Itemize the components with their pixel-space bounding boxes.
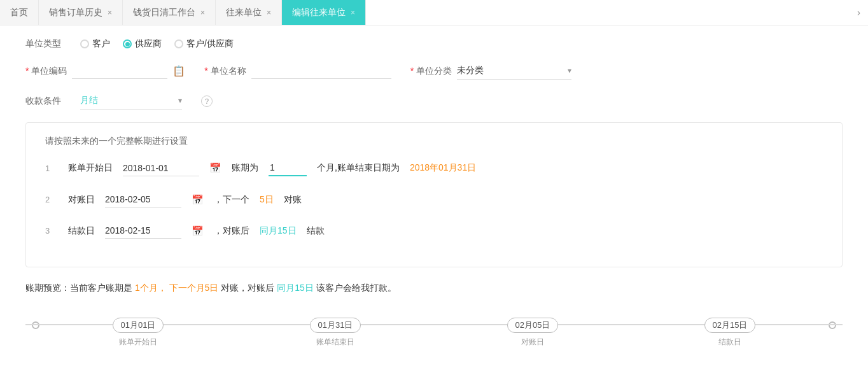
setting-index-1: 1 [45,164,58,173]
tab-sales-history[interactable]: 销售订单历史× [39,0,123,25]
setting-label-start-date: 账单开始日 [68,162,113,174]
radio-customer[interactable]: 客户 [80,38,110,50]
timeline-badge-2: 01月31日 [310,318,361,333]
tab-label-cash-work: 钱货日清工作台 [133,7,195,18]
tab-label-edit-partner: 编辑往来单位 [292,7,346,18]
code-name-category-row: 单位编码 000001 📋 单位名称 河南供应商22 单位分类 未分类 ▾ [25,62,843,80]
timeline-end-dot [829,321,836,329]
reconcile-highlight: 5日 [260,194,274,206]
unit-code-label: 单位编码 [25,66,67,77]
payment-suffix-pre: ，对账后 [214,225,249,237]
panel-description: 请按照未来的一个完整帐期进行设置 [45,136,823,147]
period-prefix: 账期为 [232,162,258,174]
unit-category-group: 单位分类 未分类 ▾ [410,62,571,80]
setting-row-2: 2 对账日 📅 ，下一个 5日 对账 [45,192,823,208]
calendar-icon-3[interactable]: 📅 [192,225,204,237]
radio-supplier-label: 供应商 [135,38,162,50]
tab-scroll-right-icon[interactable]: › [850,0,868,25]
tab-label-home: 首页 [10,7,28,18]
unit-type-label: 单位类型 [25,38,61,50]
timeline-label-4: 结款日 [718,337,741,348]
unit-type-row: 单位类型 客户 供应商 客户/供应商 [25,38,843,50]
reconcile-suffix-pre: ，下一个 [214,194,249,206]
preview-section: 账期预览：当前客户账期是 1个月， 下一个月5日 对账，对账后 同月15日 该客… [25,280,843,296]
payment-terms-row: 收款条件 月结 ▾ ? [25,92,843,109]
unit-name-input[interactable]: 河南供应商22 [251,63,391,79]
timeline-node-3: 02月05日 对账日 [507,318,559,333]
reconcile-date-input[interactable] [105,192,181,208]
timeline-label-2: 账单结束日 [316,337,354,348]
radio-both-circle [174,39,183,48]
tab-close-partners[interactable]: × [267,8,271,17]
timeline-label-3: 对账日 [521,337,544,348]
tab-partners[interactable]: 往来单位× [216,0,282,25]
preview-part4: 同月15日 [277,283,314,293]
payment-terms-label: 收款条件 [25,95,61,107]
radio-supplier[interactable]: 供应商 [123,38,162,50]
unit-code-group: 单位编码 000001 📋 [25,63,185,79]
timeline-badge-4: 02月15日 [704,318,756,333]
radio-both-label: 客户/供应商 [186,38,234,50]
radio-both[interactable]: 客户/供应商 [174,38,234,50]
end-date-highlight: 2018年01月31日 [410,162,476,174]
timeline-node-2: 01月31日 账单结束日 [310,318,361,333]
tab-cash-work[interactable]: 钱货日清工作台× [123,0,216,25]
period-input[interactable] [269,160,307,176]
setting-row-3: 3 结款日 📅 ，对账后 同月15日 结款 [45,223,823,239]
timeline: 01月01日 账单开始日 01月31日 账单结束日 02月05日 对账日 02月… [25,311,843,352]
help-icon[interactable]: ? [201,95,213,107]
timeline-node-1: 01月01日 账单开始日 [113,318,164,333]
tabs-bar: 首页销售订单历史×钱货日清工作台×往来单位×编辑往来单位×› [0,0,868,25]
preview-suffix: 该客户会给我打款。 [316,283,396,293]
timeline-start-dot [32,321,39,329]
tab-close-sales-history[interactable]: × [108,8,112,17]
tab-close-edit-partner[interactable]: × [351,8,355,17]
chevron-down-icon: ▾ [568,66,571,75]
radio-supplier-circle [123,39,132,48]
payment-suffix-post: 结款 [307,225,325,237]
setting-label-reconcile: 对账日 [68,194,95,206]
calendar-icon-2[interactable]: 📅 [192,194,204,206]
reconcile-suffix-post: 对账 [284,194,302,206]
timeline-node-4: 02月15日 结款日 [704,318,756,333]
timeline-badge-1: 01月01日 [113,318,164,333]
tab-home[interactable]: 首页 [0,0,39,25]
payment-date-input[interactable] [105,223,181,239]
start-date-input[interactable] [123,160,199,176]
period-suffix: 个月,账单结束日期为 [317,162,400,174]
setting-label-payment: 结款日 [68,225,95,237]
setting-index-2: 2 [45,195,58,204]
tab-edit-partner[interactable]: 编辑往来单位× [282,0,366,25]
unit-category-label: 单位分类 [410,66,452,77]
tab-label-partners: 往来单位 [226,7,262,18]
settings-panel: 请按照未来的一个完整帐期进行设置 1 账单开始日 📅 账期为 个月,账单结束日期… [25,122,843,267]
unit-name-group: 单位名称 河南供应商22 [204,63,391,79]
radio-customer-circle [80,39,89,48]
unit-category-value: 未分类 [457,65,533,76]
payment-terms-chevron-icon: ▾ [178,96,182,105]
timeline-badge-3: 02月05日 [507,318,559,333]
preview-part3: 对账，对账后 [221,283,274,293]
preview-part2: 下一个月5日 [169,283,219,293]
preview-part1: 1个月， [135,283,167,293]
unit-type-radio-group: 客户 供应商 客户/供应商 [80,38,234,50]
payment-terms-dropdown[interactable]: 月结 ▾ [80,92,182,109]
payment-highlight: 同月15日 [260,225,297,237]
tab-label-sales-history: 销售订单历史 [49,7,102,18]
main-content: 单位类型 客户 供应商 客户/供应商 单位编码 000001 📋 单位名称 河南… [0,25,868,387]
radio-customer-label: 客户 [92,38,110,50]
preview-prefix: 账期预览：当前客户账期是 [25,283,132,293]
tab-close-cash-work[interactable]: × [200,8,205,17]
setting-index-3: 3 [45,226,58,236]
unit-category-dropdown[interactable]: 未分类 ▾ [457,62,571,80]
calendar-icon-1[interactable]: 📅 [209,162,221,174]
payment-terms-value: 月结 [80,95,98,106]
copy-icon[interactable]: 📋 [172,65,185,77]
timeline-label-1: 账单开始日 [119,337,157,348]
unit-name-label: 单位名称 [204,66,246,77]
setting-row-1: 1 账单开始日 📅 账期为 个月,账单结束日期为 2018年01月31日 [45,160,823,176]
unit-code-input[interactable]: 000001 [72,63,167,79]
